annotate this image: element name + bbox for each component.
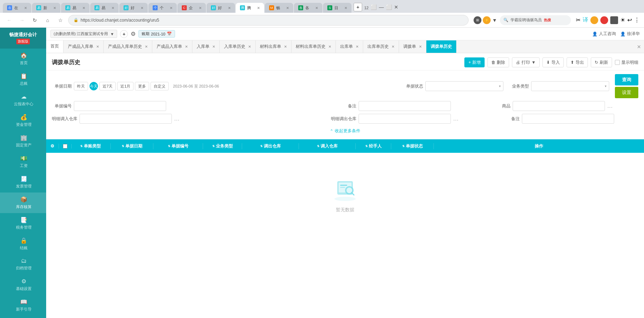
address-bar[interactable]: 🔒 https://cloud.chanjet.com/accounting/u… (68, 15, 469, 26)
tab-5[interactable]: 好 好 ✕ (119, 3, 148, 13)
tab-close-7[interactable]: ✕ (199, 6, 202, 10)
tab-menu-icon[interactable]: ⬜ (371, 4, 377, 11)
back-button[interactable]: ← (4, 15, 14, 25)
tab-in-order[interactable]: 入库单 ✕ (192, 40, 220, 53)
sidebar-item-reports[interactable]: ☁ 云报表中心 (0, 90, 46, 110)
undo-icon[interactable]: ↩ (627, 17, 632, 23)
tab-material-out-history-close[interactable]: ✕ (328, 45, 331, 49)
tab-out-order-close[interactable]: ✕ (356, 45, 359, 49)
sidebar-item-settings[interactable]: ⚙ 基础设置 (0, 274, 46, 295)
tab-close-6[interactable]: ✕ (170, 6, 173, 10)
tab-close-8[interactable]: ✕ (228, 6, 231, 10)
user-profile[interactable]: 👤 徐泽华 (620, 31, 640, 37)
sidebar-item-salary[interactable]: 💵 工资 (0, 151, 46, 172)
sidebar-item-assets[interactable]: 🏢 固定资产 (0, 131, 46, 151)
tab-product-in2[interactable]: 产成品入库单 ✕ (152, 40, 192, 53)
sidebar-item-home[interactable]: 🏠 首页 (0, 49, 46, 69)
import-button[interactable]: ⬇ 导入 (542, 57, 564, 67)
export-button[interactable]: ⬆ 导出 (567, 57, 588, 67)
detail-out-dots-btn[interactable]: … (452, 116, 460, 122)
th-handler[interactable]: ⇅ 经手人 (356, 143, 391, 149)
tab-bar-close[interactable]: ✕ (637, 44, 644, 50)
th-doc-type[interactable]: ⇅ 单账类型 (72, 143, 111, 149)
th-in-wh[interactable]: ⇅ 调入仓库 (299, 143, 356, 149)
tab-product-in[interactable]: 产成品入库单 ✕ (64, 40, 104, 53)
tab-out-history-close[interactable]: ✕ (392, 45, 394, 49)
sidebar-item-inventory[interactable]: 📦 库存核算 (0, 193, 46, 213)
tab-transfer-history[interactable]: 调拨单历史 (426, 40, 457, 53)
tab-close-11[interactable]: ✕ (315, 6, 318, 10)
sidebar-item-archive[interactable]: 🗂 归档管理 (0, 254, 46, 274)
ext4-icon[interactable] (600, 16, 608, 24)
tab-close-5[interactable]: ✕ (141, 6, 143, 10)
tab-4[interactable]: 易 易 ✕ (90, 3, 119, 13)
th-out-wh[interactable]: ⇅ 调出仓库 (242, 143, 299, 149)
detail-out-input[interactable] (359, 114, 451, 124)
tab-in-history[interactable]: 入库单历史 ✕ (220, 40, 256, 53)
date-today-btn[interactable]: 今天 (89, 82, 98, 90)
th-checkbox[interactable] (59, 144, 72, 149)
date-1month-btn[interactable]: 近1月 (117, 82, 133, 90)
th-status[interactable]: ⇅ 单据状态 (391, 143, 434, 149)
translate-icon[interactable]: 译 (583, 16, 588, 24)
ext5-icon[interactable] (610, 16, 618, 24)
tab-material-out-close[interactable]: ✕ (284, 45, 287, 49)
date-yesterday-btn[interactable]: 昨天 (74, 82, 88, 90)
refresh-btn[interactable]: ↻ 刷新 (591, 57, 612, 67)
status-select[interactable] (425, 81, 503, 91)
tab-close-4[interactable]: ✕ (111, 6, 114, 10)
ext-icon-1[interactable]: ⊞ (474, 16, 481, 24)
add-company-button[interactable]: + (120, 30, 128, 38)
ext-icon-2[interactable]: ⚡ (483, 16, 491, 24)
delete-button[interactable]: 🗑 删除 (487, 57, 509, 67)
service-button[interactable]: 👤 人工咨询 (592, 31, 616, 37)
tab-material-out-history[interactable]: 材料出库单历史 ✕ (291, 40, 336, 53)
tab-close-12[interactable]: ✕ (344, 6, 347, 10)
maximize-icon[interactable]: ⬜ (386, 4, 392, 11)
forward-button[interactable]: → (17, 15, 27, 25)
tab-bar-close-icon[interactable]: ✕ (637, 44, 641, 50)
tab-product-in-close[interactable]: ✕ (96, 45, 99, 49)
goods-dots-btn[interactable]: … (606, 103, 614, 109)
select-all-checkbox[interactable] (63, 144, 67, 149)
tab-close-3[interactable]: ✕ (82, 6, 85, 10)
tab-out-order[interactable]: 出库单 ✕ (336, 40, 363, 53)
settings-button[interactable]: 设置 (615, 87, 638, 98)
tab-transfer-close[interactable]: ✕ (419, 45, 422, 49)
new-button[interactable]: + 新增 (464, 57, 484, 67)
more-icon[interactable]: ⋮ (634, 17, 640, 23)
tab-product-in-history-close[interactable]: ✕ (145, 45, 148, 49)
tab-6[interactable]: 个 个 ✕ (148, 3, 177, 13)
tab-home[interactable]: 首页 (46, 40, 64, 53)
sidebar-item-guide[interactable]: 📖 新手引导 (0, 295, 46, 316)
tab-out-history[interactable]: 出库单历史 ✕ (363, 40, 399, 53)
browser-search[interactable]: 🔍 学霸应聘场驱鸟员 热搜 (500, 15, 571, 25)
tab-close-9[interactable]: ✕ (257, 6, 260, 10)
tab-10[interactable]: M 畅 ✕ (265, 3, 293, 13)
sidebar-item-tax[interactable]: 📑 税务管理 (0, 213, 46, 234)
tab-close-10[interactable]: ✕ (286, 6, 289, 10)
goods-input[interactable] (513, 101, 605, 111)
biz-type-select[interactable] (531, 81, 609, 91)
tab-3[interactable]: 易 易 ✕ (61, 3, 89, 13)
tab-in-history-close[interactable]: ✕ (248, 45, 251, 49)
query-button[interactable]: 查询 (615, 74, 638, 85)
tab-12[interactable]: S 目 ✕ (323, 3, 351, 13)
tab-in-order-close[interactable]: ✕ (212, 45, 215, 49)
detail-in-dots-btn[interactable]: … (173, 116, 181, 122)
show-all-toggle[interactable]: 显示明细 (615, 60, 638, 66)
brightness-icon[interactable]: ☀ (620, 17, 625, 23)
tab-8[interactable]: 好 好 ✕ (207, 3, 235, 13)
ext3-icon[interactable] (590, 16, 598, 24)
show-all-checkbox[interactable] (615, 60, 620, 65)
scissors-icon[interactable]: ✂ (576, 17, 580, 23)
remark-input[interactable] (359, 101, 451, 111)
th-settings[interactable]: ⚙ (46, 144, 59, 149)
remark2-input[interactable] (522, 114, 614, 124)
sidebar-item-ledger[interactable]: 📋 总账 (0, 69, 46, 90)
th-doc-number[interactable]: ⇅ 单据编号 (153, 143, 203, 149)
tab-transfer[interactable]: 调拨单 ✕ (399, 40, 426, 53)
th-biz-type[interactable]: ⇅ 业务类型 (203, 143, 242, 149)
tab-product-in-history[interactable]: 产成品入库单历史 ✕ (104, 40, 152, 53)
print-button[interactable]: 🖨 打印 ▼ (512, 57, 540, 67)
